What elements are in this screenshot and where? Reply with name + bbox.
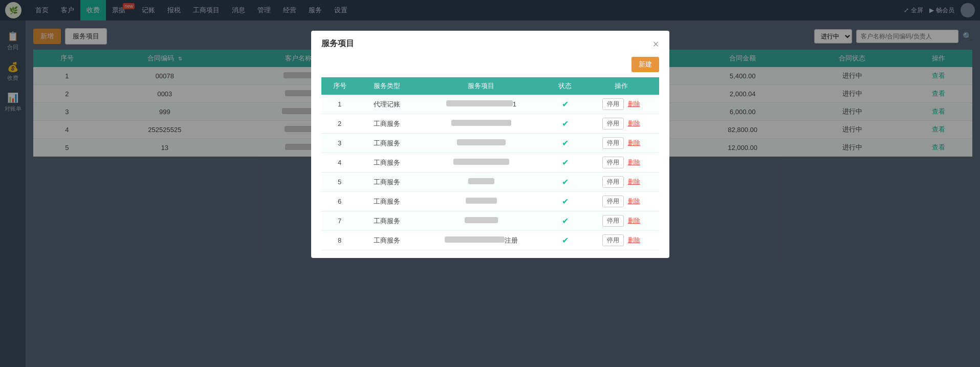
mcell-type: 代理记账 (358, 95, 416, 114)
mcell-action: 停用 删除 (583, 211, 659, 231)
delete-button[interactable]: 删除 (628, 158, 640, 167)
modal-new-button[interactable]: 新建 (631, 57, 659, 72)
mcell-item (416, 153, 547, 172)
modal-header: 服务项目 × (311, 31, 669, 54)
mcell-no: 5 (321, 172, 358, 192)
mcell-item (416, 192, 547, 211)
modal-body: 序号 服务类型 服务项目 状态 操作 1 代理记账 1 ✔ 停用 删除 2 工商… (311, 77, 669, 258)
mcell-status: ✔ (547, 153, 583, 172)
delete-button[interactable]: 删除 (628, 119, 640, 128)
stop-button[interactable]: 停用 (602, 196, 624, 207)
mcell-action: 停用 删除 (583, 231, 659, 250)
delete-button[interactable]: 删除 (628, 139, 640, 147)
mcell-status: ✔ (547, 211, 583, 231)
mcell-status: ✔ (547, 192, 583, 211)
mcell-no: 1 (321, 95, 358, 114)
stop-button[interactable]: 停用 (602, 98, 624, 110)
mcell-type: 工商服务 (358, 114, 416, 134)
modal-table-row: 2 工商服务 ✔ 停用 删除 (321, 114, 659, 134)
modal-table-row: 6 工商服务 ✔ 停用 删除 (321, 192, 659, 211)
mth-action: 操作 (583, 77, 659, 95)
mcell-no: 4 (321, 153, 358, 172)
modal-table-row: 1 代理记账 1 ✔ 停用 删除 (321, 95, 659, 114)
mcell-item (416, 211, 547, 231)
stop-button[interactable]: 停用 (602, 137, 624, 149)
delete-button[interactable]: 删除 (628, 178, 640, 186)
delete-button[interactable]: 删除 (628, 236, 640, 245)
mcell-action: 停用 删除 (583, 153, 659, 172)
mcell-no: 3 (321, 134, 358, 153)
mcell-status: ✔ (547, 172, 583, 192)
status-active-icon: ✔ (562, 139, 569, 147)
delete-button[interactable]: 删除 (628, 100, 640, 109)
mth-item: 服务项目 (416, 77, 547, 95)
service-modal: 服务项目 × 新建 序号 服务类型 服务项目 状态 操作 1 (311, 31, 669, 258)
mcell-status: ✔ (547, 134, 583, 153)
status-active-icon: ✔ (562, 119, 569, 128)
mcell-no: 7 (321, 211, 358, 231)
stop-button[interactable]: 停用 (602, 118, 624, 129)
delete-button[interactable]: 删除 (628, 217, 640, 225)
mcell-no: 8 (321, 231, 358, 250)
stop-button[interactable]: 停用 (602, 176, 624, 188)
mcell-action: 停用 删除 (583, 172, 659, 192)
mcell-item: 注册 (416, 231, 547, 250)
mcell-type: 工商服务 (358, 192, 416, 211)
status-active-icon: ✔ (562, 100, 569, 109)
mcell-status: ✔ (547, 114, 583, 134)
stop-button[interactable]: 停用 (602, 234, 624, 246)
mcell-no: 6 (321, 192, 358, 211)
mcell-type: 工商服务 (358, 153, 416, 172)
delete-button[interactable]: 删除 (628, 197, 640, 206)
modal-table-row: 3 工商服务 ✔ 停用 删除 (321, 134, 659, 153)
mcell-item (416, 114, 547, 134)
modal-toolbar: 新建 (311, 54, 669, 77)
stop-button[interactable]: 停用 (602, 157, 624, 168)
modal-title: 服务项目 (321, 38, 354, 49)
modal-table-row: 4 工商服务 ✔ 停用 删除 (321, 153, 659, 172)
status-active-icon: ✔ (562, 197, 569, 206)
stop-button[interactable]: 停用 (602, 215, 624, 227)
status-active-icon: ✔ (562, 158, 569, 167)
status-active-icon: ✔ (562, 178, 569, 186)
mth-type: 服务类型 (358, 77, 416, 95)
modal-overlay[interactable]: 服务项目 × 新建 序号 服务类型 服务项目 状态 操作 1 (0, 0, 980, 367)
modal-table-row: 5 工商服务 ✔ 停用 删除 (321, 172, 659, 192)
mcell-status: ✔ (547, 231, 583, 250)
modal-table: 序号 服务类型 服务项目 状态 操作 1 代理记账 1 ✔ 停用 删除 2 工商… (321, 77, 659, 250)
mcell-type: 工商服务 (358, 231, 416, 250)
modal-table-row: 8 工商服务 注册 ✔ 停用 删除 (321, 231, 659, 250)
mcell-item (416, 134, 547, 153)
mcell-action: 停用 删除 (583, 114, 659, 134)
mcell-action: 停用 删除 (583, 134, 659, 153)
modal-header-row: 序号 服务类型 服务项目 状态 操作 (321, 77, 659, 95)
status-active-icon: ✔ (562, 236, 569, 245)
mcell-type: 工商服务 (358, 172, 416, 192)
mth-status: 状态 (547, 77, 583, 95)
modal-close-button[interactable]: × (653, 39, 659, 49)
mcell-type: 工商服务 (358, 134, 416, 153)
mcell-status: ✔ (547, 95, 583, 114)
mcell-action: 停用 删除 (583, 95, 659, 114)
modal-table-row: 7 工商服务 ✔ 停用 删除 (321, 211, 659, 231)
mcell-no: 2 (321, 114, 358, 134)
mcell-item: 1 (416, 95, 547, 114)
mth-no: 序号 (321, 77, 358, 95)
mcell-item (416, 172, 547, 192)
mcell-action: 停用 删除 (583, 192, 659, 211)
mcell-type: 工商服务 (358, 211, 416, 231)
status-active-icon: ✔ (562, 217, 569, 225)
